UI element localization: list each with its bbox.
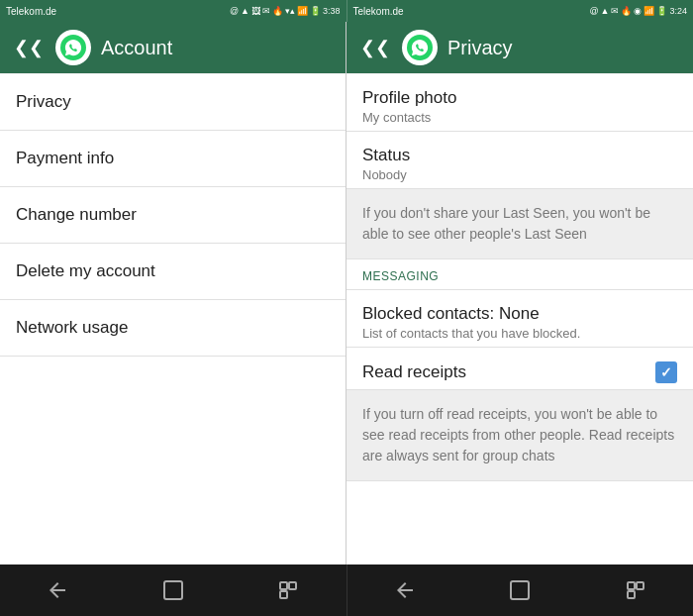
privacy-content: Profile photo My contacts Status Nobody …: [346, 74, 693, 565]
home-button-left[interactable]: [161, 578, 185, 602]
status-bar: Telekom.de @ ▲ 🖼 ✉ 🔥 ▾▴ 📶 🔋 3:38 Telekom…: [0, 0, 693, 22]
svg-rect-9: [628, 591, 635, 598]
menu-item-privacy[interactable]: Privacy: [0, 74, 346, 131]
menu-item-change-number[interactable]: Change number: [0, 187, 346, 244]
signal-icon2: 📶: [644, 6, 654, 16]
alert-icon2: ▲: [601, 6, 610, 16]
back-chevron-icon[interactable]: ❮❮: [14, 37, 44, 58]
blocked-contacts-sub: List of contacts that you have blocked.: [362, 326, 677, 341]
left-status-icons: @ ▲ 🖼 ✉ 🔥 ▾▴ 📶 🔋 3:38: [230, 6, 341, 16]
wifi-icon: ▾▴: [285, 6, 295, 16]
circle-icon: ◉: [634, 6, 642, 16]
signal-icon: 📶: [297, 6, 308, 16]
flame-icon: 🔥: [272, 6, 283, 16]
right-status-icons: @ ▲ ✉ 🔥 ◉ 📶 🔋 3:24: [589, 6, 687, 16]
image-icon: 🖼: [251, 6, 260, 16]
blocked-contacts-title: Blocked contacts: None: [362, 304, 677, 324]
mail-icon: ✉: [262, 6, 270, 16]
at-icon2: @: [589, 6, 598, 16]
svg-rect-5: [280, 591, 287, 598]
recents-button-right[interactable]: [624, 578, 647, 602]
whatsapp-logo: [55, 30, 91, 65]
svg-rect-3: [280, 582, 287, 589]
menu-item-delete-account[interactable]: Delete my account: [0, 244, 346, 300]
nav-left: [0, 565, 347, 616]
status-title: Status: [362, 146, 677, 165]
status-info-text: If you don't share your Last Seen, you w…: [362, 205, 650, 242]
status-bar-right: Telekom.de @ ▲ ✉ 🔥 ◉ 📶 🔋 3:24: [346, 0, 694, 22]
left-time: 3:38: [323, 6, 341, 16]
nav-bar: [0, 565, 693, 616]
read-receipts-checkbox[interactable]: [655, 361, 677, 383]
right-app-bar: ❮❮ Privacy: [346, 22, 693, 73]
read-receipts-row[interactable]: Read receipts: [346, 348, 693, 390]
svg-rect-4: [289, 582, 296, 589]
read-receipts-info-text: If you turn off read receipts, you won't…: [362, 406, 674, 463]
flame-icon2: 🔥: [621, 6, 632, 16]
right-carrier: Telekom.de: [353, 6, 404, 17]
profile-photo-title: Profile photo: [362, 88, 677, 108]
menu-list: Privacy Payment info Change number Delet…: [0, 74, 346, 565]
back-button-right[interactable]: [393, 578, 417, 602]
right-back-chevron-icon[interactable]: ❮❮: [360, 37, 390, 58]
battery-icon: 🔋: [310, 6, 321, 16]
right-whatsapp-logo: [402, 30, 438, 65]
profile-photo-section[interactable]: Profile photo My contacts: [346, 74, 693, 132]
status-section[interactable]: Status Nobody: [346, 132, 693, 189]
svg-rect-6: [511, 581, 529, 599]
blocked-contacts-section[interactable]: Blocked contacts: None List of contacts …: [346, 290, 693, 348]
nav-right: [347, 565, 694, 616]
alert-icon: ▲: [241, 6, 249, 16]
panel-left: ❮❮ Account Privacy Payment info Change n…: [0, 22, 346, 565]
home-button-right[interactable]: [508, 578, 532, 602]
battery-icon2: 🔋: [656, 6, 667, 16]
at-icon: @: [230, 6, 239, 16]
mail-icon2: ✉: [611, 6, 619, 16]
left-carrier: Telekom.de: [6, 6, 56, 17]
read-receipts-label: Read receipts: [362, 362, 466, 382]
left-panel-title: Account: [101, 37, 172, 59]
left-app-bar: ❮❮ Account: [0, 22, 346, 73]
status-info-box: If you don't share your Last Seen, you w…: [346, 189, 693, 259]
right-panel-title: Privacy: [447, 37, 513, 59]
right-time: 3:24: [669, 6, 687, 16]
svg-rect-2: [164, 581, 182, 599]
svg-rect-8: [637, 582, 644, 589]
svg-rect-7: [628, 582, 635, 589]
read-receipts-info-box: If you turn off read receipts, you won't…: [346, 390, 693, 481]
panels: ❮❮ Account Privacy Payment info Change n…: [0, 22, 693, 565]
panel-right: ❮❮ Privacy Profile photo My contacts Sta…: [346, 22, 693, 565]
messaging-header: MESSAGING: [346, 259, 693, 290]
profile-photo-sub: My contacts: [362, 110, 677, 125]
status-sub: Nobody: [362, 167, 677, 182]
menu-item-network-usage[interactable]: Network usage: [0, 300, 346, 357]
menu-item-payment[interactable]: Payment info: [0, 131, 346, 187]
status-bar-left: Telekom.de @ ▲ 🖼 ✉ 🔥 ▾▴ 📶 🔋 3:38: [0, 0, 346, 22]
recents-button-left[interactable]: [276, 578, 300, 602]
back-button-left[interactable]: [46, 578, 69, 602]
